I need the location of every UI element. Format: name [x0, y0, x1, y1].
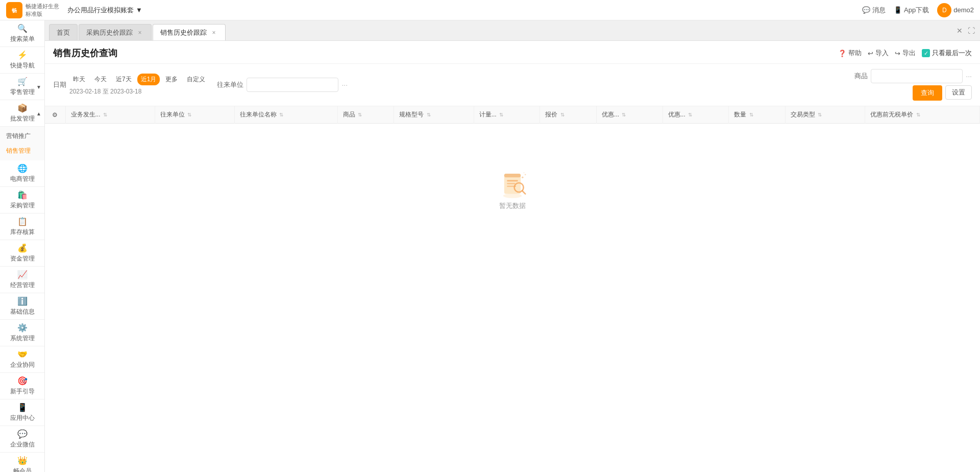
- header-left: 畅 畅捷通好生意 标准版 办公用品行业模拟账套 ▼: [6, 2, 146, 18]
- biz-wechat-icon: 💬: [17, 429, 28, 439]
- export-link[interactable]: ↪ 导出: [895, 49, 916, 58]
- quick-nav-icon: ⚡: [17, 50, 28, 60]
- avatar: D: [937, 3, 951, 17]
- tab-sales-history[interactable]: 销售历史价跟踪 ×: [153, 24, 226, 40]
- svg-point-10: [522, 176, 524, 178]
- tab-bar: 首页 采购历史价跟踪 × 销售历史价跟踪 × ✕ ⛶: [45, 20, 980, 41]
- date-btn-more[interactable]: 更多: [162, 74, 181, 85]
- empty-state: 暂无数据: [45, 124, 980, 251]
- sort-icon: ⇅: [187, 112, 191, 117]
- sort-icon: ⇅: [103, 112, 107, 117]
- sidebar-item-member[interactable]: 👑 畅会员: [0, 453, 44, 472]
- tab-home[interactable]: 首页: [49, 24, 78, 40]
- ecom-icon: 🌐: [17, 163, 28, 173]
- date-btn-today[interactable]: 今天: [91, 74, 110, 85]
- query-button[interactable]: 查询: [913, 85, 942, 101]
- wholesale-icon: 📦: [17, 103, 28, 113]
- col-spec[interactable]: 规格型号 ⇅: [394, 106, 474, 124]
- sidebar-item-basic-info[interactable]: ℹ️ 基础信息: [0, 293, 44, 320]
- tab-close-purchase[interactable]: ×: [136, 29, 144, 37]
- chevron-up-icon: ▲: [36, 110, 41, 116]
- customer-picker-icon[interactable]: ···: [341, 81, 348, 89]
- logo-icon: 畅: [6, 2, 22, 18]
- top-header: 畅 畅捷通好生意 标准版 办公用品行业模拟账套 ▼ 💬 消息 📱 App下载 D…: [0, 0, 980, 20]
- sidebar-sub-item-marketing[interactable]: 营销推广: [0, 129, 44, 144]
- sidebar-item-ops-mgmt[interactable]: 📈 经营管理: [0, 267, 44, 293]
- sidebar-item-purchase-mgmt[interactable]: 🛍️ 采购管理: [0, 187, 44, 214]
- sort-icon: ⇅: [818, 112, 822, 117]
- product-input[interactable]: [871, 69, 963, 83]
- workspace-selector[interactable]: 办公用品行业模拟账套 ▼: [63, 4, 146, 17]
- enterprise-icon: 🤝: [17, 349, 28, 359]
- date-filter-group: 日期 昨天 今天 近7天 近1月 更多 自定义 2023-02-18 至 202…: [53, 74, 209, 96]
- col-discount1[interactable]: 优惠... ⇅: [597, 106, 663, 124]
- date-btn-custom[interactable]: 自定义: [183, 74, 209, 85]
- col-quantity[interactable]: 数量 ⇅: [729, 106, 786, 124]
- tab-close-sales[interactable]: ×: [210, 29, 218, 37]
- sidebar-item-biz-wechat[interactable]: 💬 企业微信: [0, 426, 44, 453]
- sys-icon: ⚙️: [17, 323, 28, 333]
- sidebar-item-enterprise[interactable]: 🤝 企业协同: [0, 346, 44, 373]
- table-container: ⚙ 业务发生... ⇅ 往来单位 ⇅ 往来单位名称: [45, 106, 980, 472]
- col-product[interactable]: 商品 ⇅: [337, 106, 394, 124]
- tab-window-actions: ✕ ⛶: [955, 26, 976, 36]
- app-download-action[interactable]: 📱 App下载: [894, 6, 929, 15]
- sidebar-item-search-menu[interactable]: 🔍 搜索菜单: [0, 20, 44, 47]
- finance-icon: 💰: [17, 243, 28, 253]
- msg-icon: 💬: [862, 6, 870, 14]
- newbie-icon: 🎯: [17, 376, 28, 386]
- logo-area: 畅 畅捷通好生意 标准版: [6, 2, 59, 18]
- help-icon: ❓: [838, 50, 846, 57]
- col-biz-date[interactable]: 业务发生... ⇅: [65, 106, 155, 124]
- date-btn-yesterday[interactable]: 昨天: [69, 74, 89, 85]
- sidebar-item-finance-mgmt[interactable]: 💰 资金管理: [0, 240, 44, 267]
- product-label: 商品: [854, 72, 868, 81]
- help-link[interactable]: ❓ 帮助: [838, 49, 862, 58]
- sidebar-item-wholesale-mgmt[interactable]: 📦 批发管理 ▲: [0, 100, 44, 127]
- sidebar-item-quick-nav[interactable]: ⚡ 快捷导航: [0, 47, 44, 74]
- page-content: 销售历史价查询 ❓ 帮助 ↩ 导入 ↪ 导出 ✓: [45, 41, 980, 472]
- col-quote-price[interactable]: 报价 ⇅: [540, 106, 597, 124]
- app-icon: 📱: [894, 6, 902, 14]
- table-header-row: ⚙ 业务发生... ⇅ 往来单位 ⇅ 往来单位名称: [45, 106, 980, 124]
- col-price-no-tax[interactable]: 优惠前无税单价 ⇅: [865, 106, 980, 124]
- close-window-icon[interactable]: ✕: [955, 26, 964, 36]
- sort-icon: ⇅: [749, 112, 753, 117]
- date-btn-7days[interactable]: 近7天: [112, 74, 135, 85]
- sidebar-item-retail-mgmt[interactable]: 🛒 零售管理 ▼: [0, 74, 44, 100]
- app-center-icon: 📱: [17, 403, 28, 412]
- svg-point-2: [503, 194, 522, 198]
- only-last-checkbox[interactable]: ✓ 只看最后一次: [922, 49, 972, 58]
- chevron-down-icon: ▼: [36, 84, 41, 89]
- customer-input[interactable]: [247, 78, 338, 92]
- sidebar-item-ecom-mgmt[interactable]: 🌐 电商管理: [0, 160, 44, 187]
- import-link[interactable]: ↩ 导入: [868, 49, 889, 58]
- col-partner-code[interactable]: 往来单位 ⇅: [155, 106, 234, 124]
- sidebar-item-inventory[interactable]: 📋 库存核算: [0, 214, 44, 240]
- settings-button[interactable]: 设置: [945, 85, 972, 100]
- user-action[interactable]: D demo2: [937, 3, 974, 17]
- msg-action[interactable]: 💬 消息: [862, 6, 886, 15]
- col-discount2[interactable]: 优惠... ⇅: [663, 106, 729, 124]
- member-icon: 👑: [17, 456, 28, 465]
- date-range-text: 2023-02-18 至 2023-03-18: [69, 87, 209, 96]
- col-unit[interactable]: 计量... ⇅: [474, 106, 540, 124]
- date-btn-1month[interactable]: 近1月: [137, 74, 160, 85]
- tab-purchase-history[interactable]: 采购历史价跟踪 ×: [79, 24, 152, 40]
- sort-icon: ⇅: [916, 112, 920, 117]
- sort-icon: ⇅: [279, 112, 283, 117]
- svg-point-11: [525, 174, 526, 175]
- empty-state-icon: [494, 164, 531, 201]
- product-picker-icon[interactable]: ···: [966, 72, 972, 80]
- sidebar-item-app-center[interactable]: 📱 应用中心: [0, 399, 44, 426]
- sidebar-item-newbie[interactable]: 🎯 新手引导: [0, 373, 44, 399]
- main-layout: 🔍 搜索菜单 ⚡ 快捷导航 🛒 零售管理 ▼ 📦 批发管理 ▲ 营销推广 销售管…: [0, 20, 980, 472]
- maximize-window-icon[interactable]: ⛶: [967, 26, 976, 36]
- logo-text: 畅捷通好生意 标准版: [26, 3, 59, 17]
- col-settings[interactable]: ⚙: [45, 106, 65, 124]
- search-menu-icon: 🔍: [17, 23, 28, 33]
- sidebar-sub-item-sales-mgmt[interactable]: 销售管理: [0, 144, 44, 158]
- sidebar-item-sys-settings[interactable]: ⚙️ 系统管理: [0, 320, 44, 346]
- col-partner-name[interactable]: 往来单位名称 ⇅: [234, 106, 337, 124]
- col-trade-type[interactable]: 交易类型 ⇅: [786, 106, 865, 124]
